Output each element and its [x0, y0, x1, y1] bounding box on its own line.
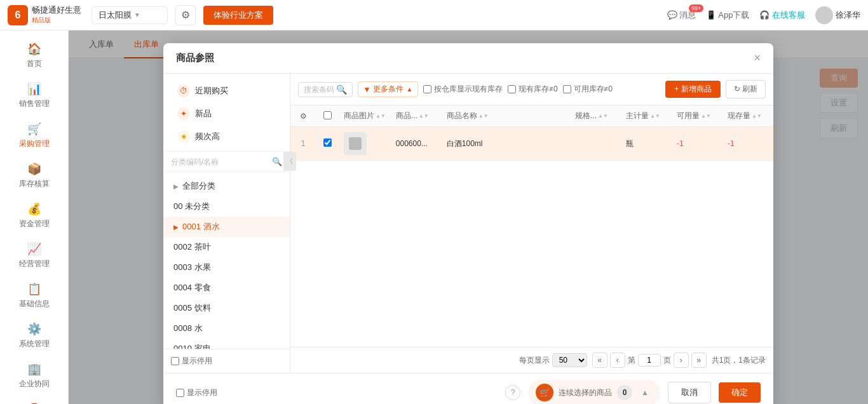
cart-icon: 🛒 [536, 384, 553, 401]
current-stock-filter-label[interactable]: 现有库存≠0 [508, 84, 557, 95]
col-settings[interactable]: ⚙ [290, 105, 316, 127]
current-stock-filter-checkbox[interactable] [508, 85, 516, 93]
show-disabled-checkbox[interactable] [171, 357, 179, 365]
col-unit-sort-icon[interactable]: ▲▼ [650, 113, 660, 119]
col-available-sort-icon[interactable]: ▲▼ [701, 113, 711, 119]
page-size-label: 每页显示 [519, 355, 550, 366]
modal-body: ⏱ 近期购买 ✦ 新品 ★ 频次高 [163, 74, 773, 373]
app-download-button[interactable]: 📱 App下载 [706, 10, 749, 21]
sidebar-label-enterprise: 企业协同 [19, 379, 50, 389]
category-0003[interactable]: 0003 水果 [163, 257, 290, 278]
store-selector[interactable]: 日太阳膜 ▼ [92, 6, 168, 24]
category-0002[interactable]: 0002 茶叶 [163, 237, 290, 257]
cart-count: 0 [617, 385, 632, 400]
settings-icon[interactable]: ⚙ [175, 5, 196, 25]
main-layout: 🏠 首页 📊 销售管理 🛒 采购管理 📦 库存核算 💰 资金管理 📈 经营管理 … [0, 30, 868, 404]
col-name-sort-icon[interactable]: ▲▼ [478, 113, 489, 119]
online-service-button[interactable]: 🎧 在线客服 [759, 10, 805, 21]
messages-button[interactable]: 💬 消息 99+ [667, 10, 696, 21]
sidebar-item-system[interactable]: ⚙️ 系统管理 [0, 316, 68, 356]
cart-collapse-button[interactable]: ▲ [637, 385, 653, 400]
col-image-label: 商品图片 [344, 111, 374, 121]
table-header-row: ⚙ 商品图片 ▲▼ [290, 105, 773, 127]
category-all[interactable]: ▶ 全部分类 [163, 176, 290, 196]
warehouse-filter-checkbox[interactable] [423, 85, 431, 93]
prev-page-button[interactable]: ‹ [610, 353, 625, 368]
product-search-input[interactable] [304, 85, 334, 94]
product-search-icon[interactable]: 🔍 [336, 84, 347, 95]
sidebar-item-enterprise[interactable]: 🏢 企业协同 [0, 356, 68, 396]
confirm-button[interactable]: 确定 [719, 382, 761, 403]
page-size-selector: 每页显示 50 20 100 [519, 353, 587, 367]
warehouse-filter-label[interactable]: 按仓库显示现有库存 [423, 84, 503, 95]
page-size-select[interactable]: 50 20 100 [552, 353, 587, 367]
select-all-checkbox[interactable] [323, 111, 332, 119]
sidebar-item-basic-info[interactable]: 📋 基础信息 [0, 276, 68, 316]
sidebar-item-purchase[interactable]: 🛒 采购管理 [0, 116, 68, 156]
sidebar-label-system: 系统管理 [19, 339, 50, 349]
sidebar-item-operation[interactable]: 📈 经营管理 [0, 236, 68, 276]
quick-nav-frequent[interactable]: ★ 频次高 [171, 126, 282, 147]
row-checkbox-cell[interactable] [316, 127, 339, 161]
sidebar-label-purchase: 采购管理 [19, 138, 50, 149]
category-0001-expand-icon: ▶ [173, 224, 179, 231]
filter-arrow-icon: ▲ [406, 86, 412, 93]
table-row[interactable]: 1 000600... 白酒100ml [290, 127, 773, 161]
category-0004[interactable]: 0004 零食 [163, 278, 290, 298]
available-stock-filter-checkbox[interactable] [563, 85, 571, 93]
footer-show-disabled-label[interactable]: 显示停用 [176, 387, 217, 398]
collapse-left-panel-button[interactable]: 《 [283, 152, 296, 171]
col-current-label: 现存量 [728, 111, 750, 121]
more-filter-button[interactable]: ▼ 更多条件 ▲ [358, 81, 419, 97]
footer-show-disabled-checkbox[interactable] [176, 389, 184, 397]
user-menu[interactable]: 徐泽华 [815, 6, 860, 24]
col-code: 商品... ▲▼ [391, 105, 442, 127]
sidebar-item-finance[interactable]: 💰 资金管理 [0, 196, 68, 236]
help-icon: ? [511, 388, 515, 397]
next-page-button[interactable]: › [674, 353, 689, 368]
row-checkbox[interactable] [323, 138, 332, 147]
first-page-button[interactable]: « [592, 353, 607, 368]
category-search-input[interactable] [171, 158, 269, 166]
help-button[interactable]: ? [505, 385, 520, 400]
col-code-label: 商品... [396, 111, 417, 121]
message-icon: 💬 [667, 10, 677, 20]
sidebar-label-sales: 销售管理 [19, 98, 50, 109]
sidebar-item-guide[interactable]: 🎯 新手引导 [0, 396, 68, 404]
category-0004-label: 0004 零食 [173, 282, 211, 293]
top-nav: 6 畅捷通好生意 精品版 日太阳膜 ▼ ⚙ 体验行业方案 💬 消息 99+ 📱 … [0, 0, 868, 30]
quick-nav-new[interactable]: ✦ 新品 [171, 103, 282, 125]
col-code-sort-icon[interactable]: ▲▼ [419, 113, 429, 119]
cancel-button[interactable]: 取消 [668, 382, 711, 403]
col-spec-sort-icon[interactable]: ▲▼ [598, 113, 608, 119]
show-disabled-checkbox-label[interactable]: 显示停用 [171, 356, 212, 367]
sidebar-item-sales[interactable]: 📊 销售管理 [0, 76, 68, 116]
refresh-button[interactable]: ↻ 刷新 [726, 80, 766, 98]
current-stock-filter-label-text: 现有库存≠0 [519, 84, 557, 95]
category-0005[interactable]: 0005 饮料 [163, 298, 290, 318]
category-search-icon[interactable]: 🔍 [272, 157, 282, 166]
available-stock-filter-label[interactable]: 可用库存≠0 [563, 84, 613, 95]
sidebar-item-home[interactable]: 🏠 首页 [0, 36, 68, 76]
col-image-sort-icon[interactable]: ▲▼ [376, 113, 386, 119]
trial-button[interactable]: 体验行业方案 [203, 6, 273, 25]
row-name: 白酒100ml [442, 127, 570, 161]
category-00[interactable]: 00 未分类 [163, 196, 290, 217]
cart-selection-area: 🛒 连续选择的商品 0 ▲ [528, 380, 660, 404]
category-0010[interactable]: 0010 家电 [163, 339, 290, 349]
category-0001[interactable]: ▶ 0001 酒水 [163, 217, 290, 237]
modal-right-panel: 🔍 ▼ 更多条件 ▲ 按仓库显示现有库存 [290, 74, 773, 373]
current-page-input[interactable] [638, 354, 661, 367]
add-product-button[interactable]: + 新增商品 [665, 81, 720, 98]
row-current-qty: -1 [722, 127, 773, 161]
content-area: 入库单 出库单 查询 设置 刷新 商品参照 × [69, 30, 868, 404]
page-navigation: « ‹ 第 页 › » [592, 353, 707, 368]
modal-title: 商品参照 [176, 52, 214, 64]
quick-nav-recent[interactable]: ⏱ 近期购买 [171, 80, 282, 102]
sidebar-item-inventory[interactable]: 📦 库存核算 [0, 156, 68, 196]
last-page-button[interactable]: » [691, 353, 707, 368]
sidebar-label-finance: 资金管理 [19, 219, 50, 229]
category-0008[interactable]: 0008 水 [163, 318, 290, 339]
modal-close-button[interactable]: × [754, 51, 761, 65]
col-current-sort-icon[interactable]: ▲▼ [752, 113, 762, 119]
